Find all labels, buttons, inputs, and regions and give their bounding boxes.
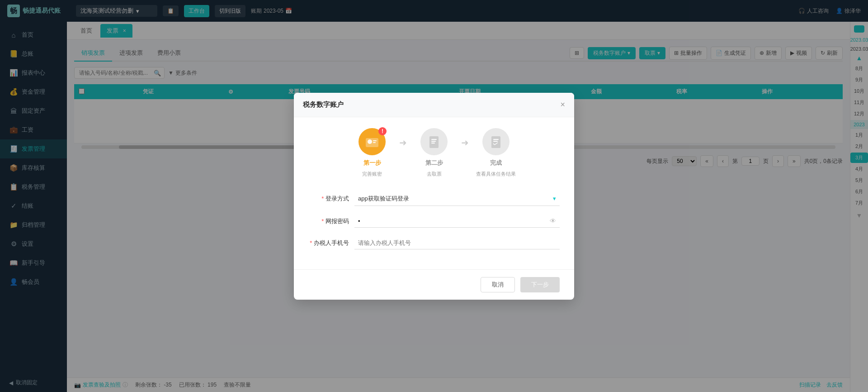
checklist-icon [488,134,504,150]
step-1-label: 第一步 [363,159,381,167]
step-1: ! 第一步 完善账密 [345,128,399,177]
step-1-icon-wrap: ! [359,128,386,155]
password-row: * 网报密码 👁 [308,215,560,228]
document-icon [426,134,442,150]
phone-row: * 办税人手机号 [308,237,560,249]
svg-rect-8 [491,136,500,148]
step-2: 第二步 去取票 [407,128,461,177]
svg-rect-10 [493,141,498,142]
modal-title: 税务数字账户 [303,100,344,109]
login-method-select[interactable]: app获取验证码登录 ▾ [354,192,560,206]
arrow-2: ➜ [461,128,469,148]
modal-overlay: 税务数字账户 × [0,0,868,392]
password-label: * 网报密码 [308,217,349,225]
svg-rect-9 [493,139,499,140]
next-btn[interactable]: 下一步 [520,277,560,292]
step-3-desc: 查看具体任务结果 [476,171,516,177]
step-2-desc: 去取票 [427,171,442,177]
eye-icon[interactable]: 👁 [546,217,560,225]
svg-rect-3 [373,142,376,143]
login-method-label: * 登录方式 [308,195,349,203]
login-method-value: app获取验证码登录 [358,195,409,203]
arrow-1: ➜ [399,128,407,148]
svg-rect-4 [429,136,439,148]
login-method-row: * 登录方式 app获取验证码登录 ▾ [308,192,560,206]
step-2-label: 第二步 [425,159,443,167]
password-input-wrap: 👁 [354,215,560,228]
svg-rect-5 [431,139,437,140]
select-chevron-icon: ▾ [553,195,556,202]
phone-input[interactable] [354,237,560,249]
svg-rect-7 [431,143,435,143]
step-3-icon [482,128,509,155]
step-2-icon-wrap [420,128,448,155]
svg-rect-0 [366,138,378,147]
tax-account-modal: 税务数字账户 × [294,93,574,300]
svg-rect-2 [373,140,377,141]
modal-header: 税务数字账户 × [294,93,574,117]
step-3-label: 完成 [490,159,502,167]
modal-body: ! 第一步 完善账密 ➜ [294,117,574,269]
phone-label: * 办税人手机号 [308,239,349,247]
step-2-icon [420,128,448,155]
cancel-btn[interactable]: 取消 [481,277,515,292]
step-3: 完成 查看具体任务结果 [469,128,523,177]
person-card-icon [364,134,380,150]
modal-footer: 取消 下一步 [294,269,574,300]
modal-form: * 登录方式 app获取验证码登录 ▾ * 网报密码 [308,192,560,249]
modal-close-btn[interactable]: × [560,100,565,110]
step-1-error-badge: ! [378,127,387,135]
password-input[interactable] [354,216,546,226]
step-1-desc: 完善账密 [362,171,382,177]
steps-container: ! 第一步 完善账密 ➜ [308,128,560,177]
svg-point-1 [368,139,372,144]
svg-rect-6 [431,141,436,142]
step-3-icon-wrap [482,128,509,155]
